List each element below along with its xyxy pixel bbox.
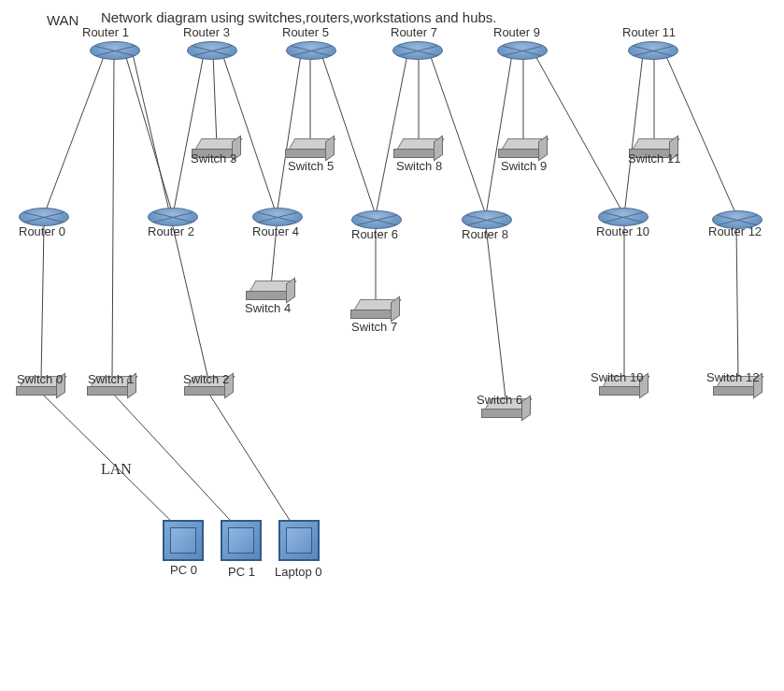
switch-label: Switch 4	[245, 301, 291, 315]
router-label: Router 3	[183, 25, 230, 39]
switch-icon	[505, 138, 546, 159]
router-icon	[187, 41, 237, 60]
lan-label: LAN	[101, 461, 132, 478]
svg-line-24	[736, 226, 738, 380]
router-label: Router 8	[462, 227, 508, 241]
router-icon	[598, 208, 649, 226]
diagram-canvas: Network diagram using switches,routers,w…	[0, 0, 784, 691]
router-label: Router 11	[622, 25, 676, 39]
switch-icon	[400, 138, 441, 159]
router-label: Router 9	[493, 25, 540, 39]
switch-label: Switch 5	[288, 159, 334, 173]
svg-line-22	[486, 226, 506, 398]
router-icon	[351, 210, 402, 229]
router-icon	[252, 208, 303, 226]
workstation-icon	[278, 520, 320, 561]
switch-icon	[292, 138, 333, 159]
workstation-icon	[221, 520, 262, 561]
laptop-label: Laptop 0	[275, 565, 322, 579]
switch-label: Switch 8	[396, 159, 442, 173]
svg-line-27	[208, 393, 297, 532]
switch-label: Switch 2	[183, 372, 229, 386]
wan-label: WAN	[47, 12, 78, 28]
router-icon	[462, 210, 512, 229]
router-label: Router 2	[148, 224, 194, 238]
switch-label: Switch 0	[17, 372, 63, 386]
router-label: Router 5	[282, 25, 329, 39]
svg-line-19	[41, 226, 44, 380]
switch-label: Switch 7	[351, 320, 397, 334]
svg-line-18	[665, 54, 736, 215]
router-label: Router 1	[82, 25, 129, 39]
router-icon	[19, 208, 69, 226]
router-icon	[90, 41, 140, 60]
pc-label: PC 1	[228, 565, 255, 579]
switch-label: Switch 11	[628, 151, 680, 166]
switch-label: Switch 10	[591, 370, 643, 384]
svg-line-7	[277, 54, 301, 215]
router-icon	[148, 208, 198, 226]
svg-line-0	[44, 54, 105, 215]
svg-line-2	[125, 54, 173, 215]
svg-line-16	[624, 54, 643, 215]
workstation-icon	[163, 520, 204, 561]
svg-line-5	[213, 54, 217, 146]
svg-line-13	[486, 54, 512, 215]
router-icon	[497, 41, 548, 60]
router-label: Router 10	[596, 224, 649, 238]
switch-icon	[357, 299, 398, 320]
router-label: Router 7	[391, 25, 437, 39]
switch-label: Switch 3	[191, 151, 236, 166]
svg-line-4	[173, 54, 204, 215]
router-icon	[286, 41, 336, 60]
svg-line-6	[222, 54, 277, 215]
svg-line-9	[321, 54, 376, 215]
pc-label: PC 0	[170, 563, 197, 577]
svg-line-15	[535, 54, 624, 215]
svg-line-1	[112, 54, 114, 380]
diagram-title: Network diagram using switches,routers,w…	[101, 9, 497, 25]
switch-label: Switch 9	[501, 159, 547, 173]
switch-label: Switch 6	[477, 393, 522, 407]
svg-line-12	[430, 54, 486, 215]
switch-icon	[252, 281, 293, 301]
router-icon	[628, 41, 678, 60]
connections	[0, 0, 784, 691]
router-icon	[392, 41, 443, 60]
svg-line-10	[376, 54, 407, 215]
router-label: Router 6	[351, 227, 398, 241]
router-label: Router 4	[252, 224, 299, 238]
router-label: Router 0	[19, 224, 65, 238]
router-label: Router 12	[708, 224, 762, 238]
switch-label: Switch 1	[88, 372, 134, 386]
switch-label: Switch 12	[706, 370, 759, 384]
